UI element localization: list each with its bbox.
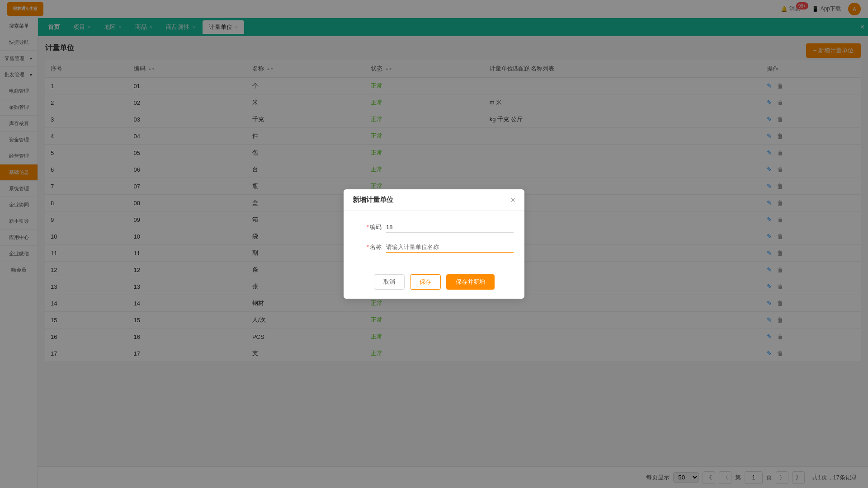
- modal-body: *编码 *名称: [344, 211, 524, 269]
- code-label: *编码: [354, 223, 382, 231]
- code-input[interactable]: [386, 222, 514, 233]
- save-button[interactable]: 保存: [410, 274, 441, 290]
- save-and-new-button[interactable]: 保存并新增: [446, 274, 495, 290]
- add-unit-modal: 新增计量单位 × *编码 *名称 取消 保存 保存并新增: [344, 189, 524, 299]
- name-label: *名称: [354, 243, 382, 251]
- cancel-button[interactable]: 取消: [374, 274, 405, 290]
- modal-overlay[interactable]: 新增计量单位 × *编码 *名称 取消 保存 保存并新增: [0, 0, 868, 488]
- name-form-row: *名称: [354, 242, 514, 253]
- modal-close-icon[interactable]: ×: [510, 196, 515, 204]
- modal-footer: 取消 保存 保存并新增: [344, 269, 524, 299]
- modal-header: 新增计量单位 ×: [344, 189, 524, 211]
- code-form-row: *编码: [354, 222, 514, 233]
- modal-title: 新增计量单位: [353, 196, 393, 204]
- name-input[interactable]: [386, 242, 514, 253]
